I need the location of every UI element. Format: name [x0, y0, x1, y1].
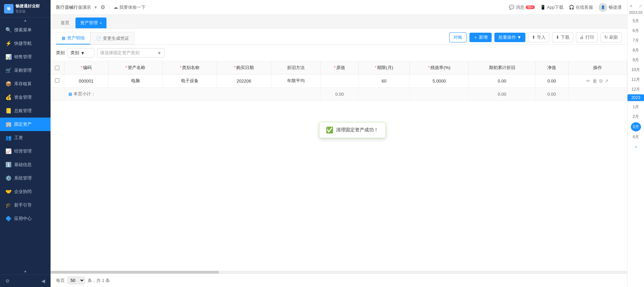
- edit-icon[interactable]: ✏: [586, 78, 590, 84]
- company-settings-icon[interactable]: ⚙: [100, 4, 105, 10]
- sidebar-item-inventory[interactable]: 📦 库存核算: [0, 77, 51, 91]
- month-11[interactable]: 11月: [627, 75, 644, 85]
- sidebar-item-label: 资金管理: [14, 94, 32, 100]
- sidebar-item-system[interactable]: ⚙️ 系统管理: [0, 171, 51, 185]
- sidebar-item-guide[interactable]: 🎓 新手引导: [0, 198, 51, 212]
- settings-bottom-icon[interactable]: ⚙: [5, 278, 10, 284]
- assets-icon: 🏢: [5, 121, 11, 127]
- month-4[interactable]: 4月: [627, 132, 644, 142]
- sidebar-item-label: 基础信息: [14, 162, 32, 168]
- sidebar-item-operations[interactable]: 📈 经营管理: [0, 145, 51, 158]
- user-profile[interactable]: 👤 畅捷通: [599, 3, 622, 12]
- tab-asset-management[interactable]: 资产管理 ×: [75, 18, 106, 28]
- month-8[interactable]: 8月: [627, 45, 644, 55]
- sidebar-item-assets[interactable]: 🏢 固定资产: [0, 118, 51, 131]
- month-6[interactable]: 6月: [627, 26, 644, 36]
- td-subtotal-original-value: 0.00: [321, 88, 358, 101]
- finance-icon: 💰: [5, 94, 11, 100]
- filter-row: 类别 类别 ▼ 请选择固定资产类别 ▼: [51, 45, 627, 61]
- right-panel-expand-icon[interactable]: ⤢: [639, 4, 642, 8]
- month-2[interactable]: 2月: [627, 112, 644, 122]
- batch-dropdown-icon: ▼: [517, 35, 521, 40]
- category-value-select[interactable]: 请选择固定资产类别 ▼: [97, 48, 164, 58]
- tab-close-icon[interactable]: ×: [100, 21, 102, 25]
- copy-icon[interactable]: ⧉: [599, 78, 603, 84]
- purchase-icon: 🛒: [5, 67, 11, 73]
- sidebar-item-label: 经营管理: [14, 148, 32, 154]
- download-button[interactable]: ⬇ 下载: [552, 32, 573, 42]
- experience-button[interactable]: ☁ 我要体验一下: [114, 4, 146, 10]
- sidebar-item-purchase[interactable]: 🛒 采购管理: [0, 64, 51, 77]
- duizhang-button[interactable]: 对账: [449, 32, 467, 42]
- basicinfo-icon: ℹ️: [5, 162, 11, 168]
- th-code: *编码: [64, 61, 108, 74]
- td-subtotal-net-value: 0.00: [535, 88, 568, 101]
- batch-ops-button[interactable]: 批量操作 ▼: [494, 33, 525, 42]
- month-7[interactable]: 7月: [627, 36, 644, 45]
- sidebar-item-label: 系统管理: [14, 175, 32, 181]
- row-checkbox[interactable]: [55, 78, 59, 83]
- per-page-select[interactable]: 50 100 200: [67, 277, 85, 284]
- company-dropdown-arrow[interactable]: ▼: [94, 5, 98, 10]
- footer: 每页 50 100 200 条，共 1 条: [51, 274, 627, 287]
- collapse-icon[interactable]: ◀: [41, 278, 45, 284]
- message-action[interactable]: 💬 消息 99+: [509, 4, 535, 10]
- month-5[interactable]: 5月: [627, 16, 644, 26]
- asset-table-container: *编码 *资产名称 *类别名称 *购买日期 折旧方法 *原值 *期限(月) *残…: [51, 61, 627, 271]
- ledger-icon: 📒: [5, 108, 11, 114]
- app-download-action[interactable]: 📱 App下载: [540, 4, 563, 10]
- month-1[interactable]: 1月: [627, 102, 644, 112]
- online-service-action[interactable]: 🎧 在线客服: [569, 4, 593, 10]
- sub-tab-change-voucher[interactable]: 📄 变更生成凭证: [90, 32, 135, 44]
- sales-icon: 📊: [5, 54, 11, 60]
- sidebar-bottom: ⚙ ◀: [0, 275, 51, 287]
- sidebar-item-basicinfo[interactable]: ℹ️ 基础信息: [0, 158, 51, 171]
- horizontal-scrollbar[interactable]: [51, 271, 627, 274]
- sidebar-item-search[interactable]: 🔍 搜索菜单: [0, 23, 51, 37]
- delete-icon[interactable]: 🗑: [592, 78, 597, 84]
- sidebar-item-payroll[interactable]: 👥 工资: [0, 131, 51, 145]
- tab-home[interactable]: 首页: [56, 18, 74, 28]
- print-button[interactable]: 🖨 打印: [576, 32, 598, 42]
- sub-tab-asset-detail[interactable]: ▦ 资产明细: [56, 32, 90, 44]
- th-category: *类别名称: [162, 61, 217, 74]
- th-original-value: *原值: [321, 61, 358, 74]
- td-actions: ✏ 🗑 ⧉ ↗: [568, 74, 627, 88]
- download-icon: ⬇: [556, 35, 559, 40]
- content-area: ▦ 资产明细 📄 变更生成凭证 对账 ＋ 新增 批量操作 ▼: [51, 29, 627, 287]
- sidebar-item-finance[interactable]: 💰 资金管理: [0, 91, 51, 104]
- sidebar-scroll-up[interactable]: ▲: [0, 18, 51, 23]
- right-panel-close-icon[interactable]: ✕: [630, 4, 633, 8]
- refresh-button[interactable]: ↻ 刷新: [601, 32, 622, 42]
- td-accumulated-depreciation: 0.00: [469, 74, 535, 88]
- company-name: 医疗器械行业演示: [56, 4, 91, 10]
- category-type-select[interactable]: 类别 ▼: [67, 48, 94, 58]
- month-3-current[interactable]: 3月: [631, 122, 641, 131]
- more-icon[interactable]: ↗: [605, 78, 609, 84]
- table-header-row: *编码 *资产名称 *类别名称 *购买日期 折旧方法 *原值 *期限(月) *残…: [51, 61, 627, 74]
- payroll-icon: 👥: [5, 135, 11, 141]
- right-panel-down-icon[interactable]: ⌄: [634, 143, 638, 149]
- sidebar-item-ledger[interactable]: 📒 总账管理: [0, 104, 51, 118]
- select-all-checkbox[interactable]: [55, 66, 59, 70]
- sidebar-scroll-down[interactable]: ▼: [0, 269, 51, 275]
- message-icon: 💬: [509, 5, 514, 10]
- scrollbar-thumb[interactable]: [51, 271, 219, 274]
- month-9[interactable]: 9月: [627, 55, 644, 65]
- td-residual-rate: 5.0000: [410, 74, 469, 88]
- toast-message: 清理固定资产成功！: [336, 127, 378, 133]
- sidebar-item-enterprise[interactable]: 🤝 企业协同: [0, 185, 51, 198]
- sidebar-item-sales[interactable]: 📊 销售管理: [0, 50, 51, 64]
- month-10[interactable]: 10月: [627, 65, 644, 75]
- new-button[interactable]: ＋ 新增: [469, 33, 492, 42]
- top-header-right: 💬 消息 99+ 📱 App下载 🎧 在线客服 👤 畅捷通: [509, 3, 622, 12]
- import-button[interactable]: ⬆ 导入: [528, 32, 549, 42]
- sidebar-item-quicknav[interactable]: ⚡ 快捷导航: [0, 37, 51, 50]
- td-category: 电子设备: [162, 74, 217, 88]
- app-subtitle: 普及版: [16, 9, 40, 14]
- sidebar-item-appcenter[interactable]: 🔷 应用中心: [0, 212, 51, 225]
- month-12[interactable]: 12月: [627, 85, 644, 94]
- user-avatar: 👤: [599, 3, 607, 12]
- th-period: *期限(月): [358, 61, 410, 74]
- download-icon: 📱: [540, 5, 546, 10]
